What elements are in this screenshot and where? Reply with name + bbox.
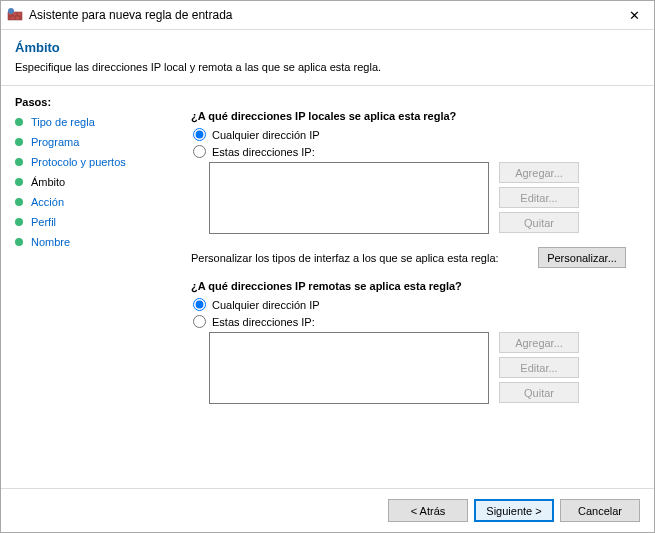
steps-sidebar: Pasos: Tipo de regla Programa Protocolo … bbox=[1, 86, 161, 488]
customize-text: Personalizar los tipos de interfaz a los… bbox=[191, 252, 499, 264]
step-label: Ámbito bbox=[31, 176, 65, 188]
remote-edit-button[interactable]: Editar... bbox=[499, 357, 579, 378]
step-bullet-icon bbox=[15, 178, 23, 186]
wizard-footer: < Atrás Siguiente > Cancelar bbox=[1, 488, 654, 532]
step-label: Protocolo y puertos bbox=[31, 156, 126, 168]
customize-row: Personalizar los tipos de interfaz a los… bbox=[191, 247, 640, 268]
close-button[interactable]: ✕ bbox=[614, 1, 654, 29]
local-add-button[interactable]: Agregar... bbox=[499, 162, 579, 183]
local-any-ip-radio[interactable] bbox=[193, 128, 206, 141]
remote-any-ip-radio[interactable] bbox=[193, 298, 206, 311]
step-label: Perfil bbox=[31, 216, 56, 228]
cancel-button[interactable]: Cancelar bbox=[560, 499, 640, 522]
step-bullet-icon bbox=[15, 138, 23, 146]
radio-label: Cualquier dirección IP bbox=[212, 299, 320, 311]
step-nombre[interactable]: Nombre bbox=[15, 236, 153, 248]
next-button[interactable]: Siguiente > bbox=[474, 499, 554, 522]
wizard-window: Asistente para nueva regla de entrada ✕ … bbox=[0, 0, 655, 533]
remote-add-button[interactable]: Agregar... bbox=[499, 332, 579, 353]
steps-label: Pasos: bbox=[15, 96, 153, 108]
local-ip-buttons: Agregar... Editar... Quitar bbox=[499, 162, 579, 237]
step-label: Tipo de regla bbox=[31, 116, 95, 128]
remote-these-ip-option[interactable]: Estas direcciones IP: bbox=[191, 315, 640, 328]
remote-these-ip-radio[interactable] bbox=[193, 315, 206, 328]
step-bullet-icon bbox=[15, 238, 23, 246]
step-label: Programa bbox=[31, 136, 79, 148]
step-ambito[interactable]: Ámbito bbox=[15, 176, 153, 188]
step-programa[interactable]: Programa bbox=[15, 136, 153, 148]
wizard-body: Pasos: Tipo de regla Programa Protocolo … bbox=[1, 86, 654, 488]
local-ip-listbox[interactable] bbox=[209, 162, 489, 234]
step-tipo-de-regla[interactable]: Tipo de regla bbox=[15, 116, 153, 128]
svg-point-8 bbox=[8, 8, 14, 14]
local-remove-button[interactable]: Quitar bbox=[499, 212, 579, 233]
remote-any-ip-option[interactable]: Cualquier dirección IP bbox=[191, 298, 640, 311]
step-perfil[interactable]: Perfil bbox=[15, 216, 153, 228]
titlebar: Asistente para nueva regla de entrada ✕ bbox=[1, 1, 654, 30]
radio-label: Estas direcciones IP: bbox=[212, 316, 315, 328]
remote-ip-group: Agregar... Editar... Quitar bbox=[209, 332, 640, 407]
firewall-icon bbox=[7, 7, 23, 23]
page-description: Especifique las direcciones IP local y r… bbox=[15, 61, 640, 73]
step-protocolo-y-puertos[interactable]: Protocolo y puertos bbox=[15, 156, 153, 168]
local-these-ip-radio[interactable] bbox=[193, 145, 206, 158]
page-heading: Ámbito bbox=[15, 40, 640, 55]
wizard-header: Ámbito Especifique las direcciones IP lo… bbox=[1, 30, 654, 86]
local-ip-question: ¿A qué direcciones IP locales se aplica … bbox=[191, 110, 640, 122]
local-edit-button[interactable]: Editar... bbox=[499, 187, 579, 208]
remote-ip-listbox[interactable] bbox=[209, 332, 489, 404]
radio-label: Estas direcciones IP: bbox=[212, 146, 315, 158]
back-button[interactable]: < Atrás bbox=[388, 499, 468, 522]
window-title: Asistente para nueva regla de entrada bbox=[29, 8, 614, 22]
remote-remove-button[interactable]: Quitar bbox=[499, 382, 579, 403]
step-bullet-icon bbox=[15, 198, 23, 206]
remote-ip-question: ¿A qué direcciones IP remotas se aplica … bbox=[191, 280, 640, 292]
step-bullet-icon bbox=[15, 218, 23, 226]
remote-ip-buttons: Agregar... Editar... Quitar bbox=[499, 332, 579, 407]
step-bullet-icon bbox=[15, 158, 23, 166]
step-label: Nombre bbox=[31, 236, 70, 248]
local-ip-group: Agregar... Editar... Quitar bbox=[209, 162, 640, 237]
local-any-ip-option[interactable]: Cualquier dirección IP bbox=[191, 128, 640, 141]
customize-button[interactable]: Personalizar... bbox=[538, 247, 626, 268]
wizard-content: ¿A qué direcciones IP locales se aplica … bbox=[161, 86, 654, 488]
step-accion[interactable]: Acción bbox=[15, 196, 153, 208]
radio-label: Cualquier dirección IP bbox=[212, 129, 320, 141]
step-label: Acción bbox=[31, 196, 64, 208]
step-bullet-icon bbox=[15, 118, 23, 126]
local-these-ip-option[interactable]: Estas direcciones IP: bbox=[191, 145, 640, 158]
